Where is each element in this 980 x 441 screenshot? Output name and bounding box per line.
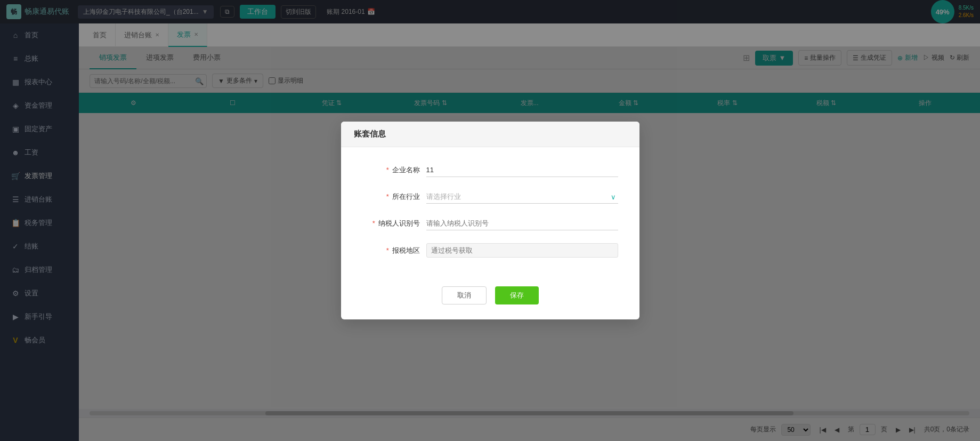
required-star-company: * [386, 166, 389, 174]
required-star-tax: * [372, 219, 375, 227]
modal-title: 账套信息 [354, 129, 386, 138]
form-row-industry: * 所在行业 请选择行业 ∨ [362, 190, 618, 204]
industry-select[interactable]: 请选择行业 [426, 190, 618, 204]
form-row-company: * 企业名称 [362, 163, 618, 177]
label-industry-text: 所在行业 [392, 193, 420, 201]
modal-footer: 取消 保存 [341, 281, 639, 319]
input-tax-id[interactable] [426, 217, 618, 230]
input-company-name[interactable] [426, 163, 618, 177]
label-company-text: 企业名称 [392, 166, 420, 174]
label-company: * 企业名称 [362, 165, 426, 175]
label-tax-id-text: 纳税人识别号 [378, 219, 420, 227]
label-tax-region: * 报税地区 [362, 246, 426, 255]
industry-select-wrap: 请选择行业 ∨ [426, 190, 618, 204]
form-row-tax-region: * 报税地区 [362, 243, 618, 258]
cancel-button[interactable]: 取消 [442, 286, 487, 304]
label-tax-region-text: 报税地区 [392, 246, 420, 254]
modal-body: * 企业名称 * 所在行业 请选择行业 ∨ [341, 147, 639, 281]
save-button[interactable]: 保存 [495, 286, 539, 304]
input-tax-region [426, 243, 618, 258]
modal-box: 账套信息 * 企业名称 * 所在行业 请选择行业 [341, 122, 639, 319]
modal-overlay: 账套信息 * 企业名称 * 所在行业 请选择行业 [0, 0, 980, 441]
label-tax-id: * 纳税人识别号 [362, 219, 426, 228]
label-industry: * 所在行业 [362, 192, 426, 202]
modal-header: 账套信息 [341, 122, 639, 147]
required-star-industry: * [386, 193, 389, 201]
form-row-tax-id: * 纳税人识别号 [362, 217, 618, 230]
required-star-region: * [386, 246, 389, 254]
